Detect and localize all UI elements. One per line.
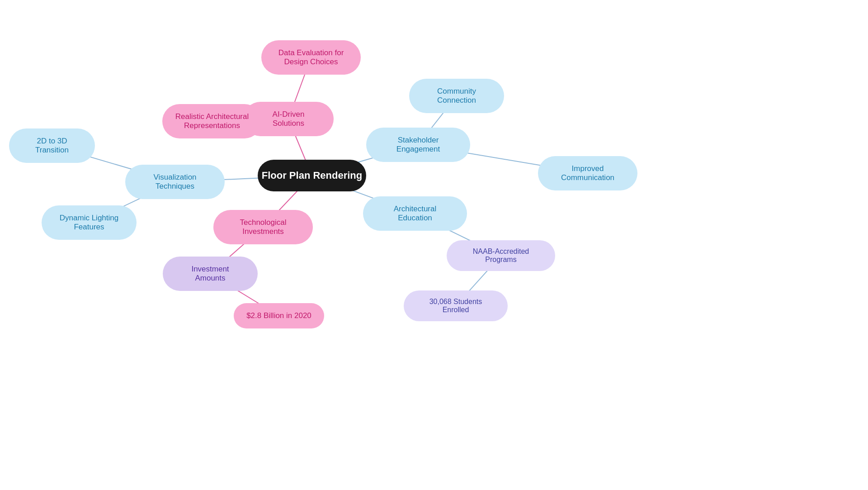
students-label: 30,068 Students Enrolled (415, 298, 496, 314)
viz-tech-label: Visualization Techniques (138, 173, 212, 191)
improved-comm-label: Improved Communication (551, 164, 625, 182)
tech-invest-label: Technological Investments (226, 218, 300, 236)
stakeholder-label: Stakeholder Engagement (379, 136, 458, 154)
dynamic-lighting-label: Dynamic Lighting Features (54, 214, 124, 232)
arch-edu-label: Architectural Education (376, 205, 454, 223)
students-node[interactable]: 30,068 Students Enrolled (404, 290, 508, 321)
invest-amounts-label: Investment Amounts (175, 265, 245, 283)
naab-label: NAAB-Accredited Programs (458, 247, 543, 264)
realistic-arch-label: Realistic Architectural Representations (175, 112, 249, 130)
community-label: Community Connection (422, 87, 491, 105)
improved-comm-node[interactable]: Improved Communication (538, 156, 637, 190)
billion-node[interactable]: $2.8 Billion in 2020 (234, 303, 324, 328)
data-eval-label: Data Evaluation for Design Choices (274, 48, 348, 67)
transition-label: 2D to 3D Transition (22, 137, 82, 155)
transition-node[interactable]: 2D to 3D Transition (9, 128, 95, 163)
center-label: Floor Plan Rendering (262, 170, 362, 181)
invest-amounts-node[interactable]: Investment Amounts (163, 257, 258, 291)
center-node[interactable]: Floor Plan Rendering (258, 160, 366, 191)
stakeholder-node[interactable]: Stakeholder Engagement (366, 128, 470, 162)
billion-label: $2.8 Billion in 2020 (246, 311, 311, 320)
realistic-arch-node[interactable]: Realistic Architectural Representations (162, 104, 262, 138)
viz-tech-node[interactable]: Visualization Techniques (125, 165, 225, 199)
ai-driven-label: AI-Driven Solutions (256, 110, 321, 128)
tech-invest-node[interactable]: Technological Investments (213, 210, 313, 244)
naab-node[interactable]: NAAB-Accredited Programs (447, 240, 555, 271)
data-eval-node[interactable]: Data Evaluation for Design Choices (261, 40, 361, 75)
community-node[interactable]: Community Connection (409, 79, 504, 113)
arch-edu-node[interactable]: Architectural Education (363, 196, 467, 231)
dynamic-lighting-node[interactable]: Dynamic Lighting Features (42, 205, 137, 240)
